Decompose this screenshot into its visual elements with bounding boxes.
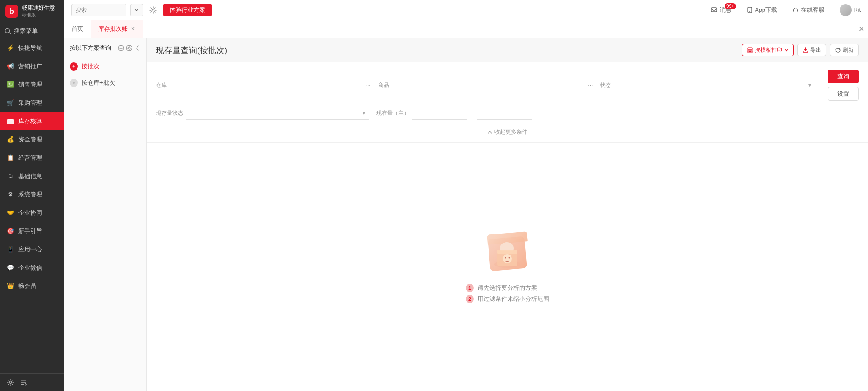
- app-name-block: 畅康通好生意 标准版: [22, 5, 55, 18]
- stock-status-select[interactable]: [186, 106, 369, 120]
- left-panel: 按以下方案查询: [64, 38, 147, 391]
- service-label: 在线客服: [801, 6, 824, 14]
- corp-icon: 🤝: [6, 209, 15, 217]
- manage-scheme-button[interactable]: [126, 45, 132, 51]
- basic-icon: 🗂: [6, 172, 15, 180]
- online-service-button[interactable]: 在线客服: [792, 6, 824, 14]
- svg-point-11: [749, 11, 750, 12]
- sidebar-item-sales[interactable]: 💹 销售管理: [0, 76, 64, 94]
- sidebar-label-wechat: 企业微信: [18, 264, 42, 272]
- stock-qty-max-input[interactable]: [477, 106, 532, 120]
- sidebar-item-wechat[interactable]: 💬 企业微信: [0, 259, 64, 277]
- scheme-item-by-batch[interactable]: 按批次: [64, 58, 146, 75]
- message-button[interactable]: 消息 99+: [710, 6, 731, 14]
- svg-point-23: [73, 82, 75, 84]
- refresh-icon: [835, 47, 841, 53]
- sidebar-item-apps[interactable]: 📱 应用中心: [0, 240, 64, 259]
- sidebar-footer: [0, 373, 64, 391]
- sidebar-item-purchase[interactable]: 🛒 采购管理: [0, 94, 64, 112]
- guide-icon: 🎯: [6, 227, 15, 235]
- marketing-icon: 📢: [6, 62, 15, 71]
- sidebar-item-inventory[interactable]: 库存核算: [0, 112, 64, 130]
- empty-illustration-detail: [494, 247, 521, 270]
- nav-dropdown-button[interactable]: [130, 4, 143, 16]
- svg-rect-26: [749, 51, 752, 52]
- svg-rect-6: [21, 382, 26, 383]
- filter-row-1: 仓库 ··· 商品 ··· 状态: [156, 70, 859, 101]
- sidebar-item-shortcuts[interactable]: ⚡ 快捷导航: [0, 39, 64, 57]
- tip-text-2: 用过滤条件来缩小分析范围: [478, 295, 549, 303]
- warehouse-input[interactable]: [170, 78, 364, 92]
- collapse-panel-icon[interactable]: [134, 45, 141, 51]
- sidebar-item-member[interactable]: 👑 畅会员: [0, 277, 64, 295]
- filter-settings-button[interactable]: 设置: [828, 87, 859, 101]
- sidebar-label-member: 畅会员: [18, 282, 36, 290]
- query-button[interactable]: 查询: [828, 70, 859, 83]
- sidebar-item-basic[interactable]: 🗂 基础信息: [0, 167, 64, 185]
- member-icon: 👑: [6, 282, 15, 290]
- settings-icon[interactable]: [6, 378, 15, 386]
- sidebar-label-system: 系统管理: [18, 190, 42, 199]
- scheme-dot-red: [70, 62, 78, 71]
- svg-point-32: [509, 257, 510, 259]
- sidebar-search[interactable]: 搜索菜单: [0, 23, 64, 39]
- sidebar-item-corp[interactable]: 🤝 企业协同: [0, 204, 64, 222]
- user-profile-button[interactable]: Rit: [840, 4, 861, 16]
- stock-qty-field: 现存量（主） —: [376, 106, 589, 120]
- export-button[interactable]: 导出: [797, 44, 826, 56]
- tab-close-icon[interactable]: ✕: [131, 26, 135, 32]
- status-select[interactable]: [614, 78, 815, 92]
- tab-bar-close-button[interactable]: ✕: [858, 25, 864, 33]
- title-actions: 按模板打印 导出: [742, 44, 859, 56]
- svg-point-4: [10, 381, 12, 384]
- header-gear-button[interactable]: [147, 4, 159, 16]
- sidebar-item-finance[interactable]: 💰 资金管理: [0, 130, 64, 149]
- finance-icon: 💰: [6, 136, 15, 144]
- message-icon: [710, 6, 718, 14]
- status-select-wrap: [614, 78, 815, 92]
- sidebar-label-basic: 基础信息: [18, 172, 42, 180]
- svg-line-1: [9, 32, 11, 34]
- stock-qty-dash: —: [467, 110, 477, 117]
- sidebar-item-operation[interactable]: 📋 经营管理: [0, 149, 64, 167]
- product-input[interactable]: [392, 78, 587, 92]
- sidebar-nav: ⚡ 快捷导航 📢 营销推广 💹 销售管理 🛒 采购管理 库存核算 💰: [0, 39, 64, 373]
- stock-qty-min-input[interactable]: [412, 106, 467, 120]
- scheme-item-by-warehouse-batch[interactable]: 按仓库+批次: [64, 75, 146, 91]
- svg-rect-5: [21, 380, 26, 381]
- left-panel-title: 按以下方案查询: [70, 44, 111, 52]
- refresh-button[interactable]: 刷新: [830, 44, 859, 56]
- gear-icon: [149, 6, 157, 14]
- svg-rect-2: [7, 119, 14, 124]
- svg-rect-29: [497, 250, 517, 254]
- empty-state: 1 请先选择要分析的方案 2 用过滤条件来缩小分析范围: [147, 143, 868, 391]
- sidebar-item-marketing[interactable]: 📢 营销推广: [0, 57, 64, 76]
- collapse-sidebar-icon[interactable]: [19, 378, 27, 386]
- tab-inventory-batch[interactable]: 库存批次账 ✕: [91, 20, 143, 38]
- tab-home[interactable]: 首页: [64, 20, 91, 38]
- warehouse-label: 仓库: [156, 81, 167, 89]
- print-label: 按模板打印: [755, 46, 782, 54]
- warehouse-field: 仓库 ···: [156, 78, 371, 92]
- sidebar-item-guide[interactable]: 🎯 新手引导: [0, 222, 64, 240]
- sidebar-item-system[interactable]: ⚙ 系统管理: [0, 185, 64, 204]
- app-name: 畅康通好生意: [22, 5, 55, 12]
- app-download-label: App下载: [755, 6, 777, 14]
- print-button[interactable]: 按模板打印: [742, 44, 794, 56]
- warehouse-more-button[interactable]: ···: [366, 82, 371, 88]
- phone-icon: [747, 7, 753, 13]
- export-label: 导出: [810, 46, 821, 54]
- sidebar-label-guide: 新手引导: [18, 227, 42, 235]
- message-badge: 99+: [725, 3, 736, 9]
- experience-button[interactable]: 体验行业方案: [163, 4, 212, 16]
- status-field: 状态: [600, 78, 815, 92]
- add-scheme-button[interactable]: [118, 45, 124, 51]
- product-more-button[interactable]: ···: [588, 82, 593, 88]
- app-download-button[interactable]: App下载: [747, 6, 777, 14]
- collapse-conditions-button[interactable]: 收起更多条件: [156, 125, 859, 139]
- right-content: 现存量查询(按批次) 按模板打印: [147, 38, 868, 391]
- product-field: 商品 ···: [378, 78, 593, 92]
- empty-illustration: [480, 231, 535, 277]
- print-dropdown-icon: [784, 48, 789, 53]
- nav-search-input[interactable]: [71, 4, 126, 16]
